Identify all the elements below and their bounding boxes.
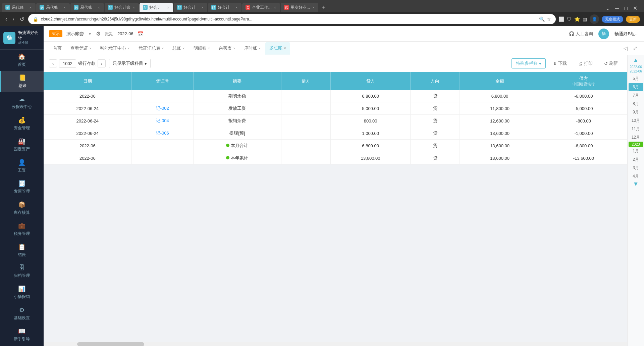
reload-btn[interactable]: ↺	[18, 15, 25, 24]
sidebar-item-fixed-assets[interactable]: 🏭 固定资产	[0, 134, 44, 155]
tab-voucher-view-close[interactable]: ×	[89, 46, 91, 50]
new-tab-button[interactable]: +	[319, 3, 328, 12]
tab-close-6[interactable]: ×	[201, 5, 204, 10]
sidebar-item-expense[interactable]: 📊 小畅报销	[0, 282, 44, 303]
tab-1[interactable]: 易 易代账 ×	[2, 3, 36, 12]
month-november[interactable]: 11月	[629, 125, 643, 133]
tab-sequence[interactable]: 序时账 ×	[240, 42, 265, 54]
search-icon[interactable]: 🔍	[539, 16, 545, 22]
month-feb[interactable]: 2月	[629, 155, 643, 164]
sidebar-item-invoice[interactable]: 🧾 发票管理	[0, 177, 44, 198]
no-trace-button[interactable]: 无痕模式	[602, 16, 623, 23]
tab-close-9[interactable]: ×	[312, 5, 315, 10]
voucher-link-1[interactable]: 记-002	[156, 106, 169, 111]
tab-voucher-view[interactable]: 查看凭证 ×	[66, 42, 95, 54]
filter-dropdown[interactable]: 只显示下级科目 ▾	[109, 59, 151, 68]
print-btn[interactable]: 🖨 打印	[574, 59, 597, 68]
collapse-icon[interactable]: ◁	[622, 44, 629, 53]
tab-close-2[interactable]: ×	[63, 5, 66, 10]
tab-smart-voucher[interactable]: 智能凭证中心 ×	[96, 42, 133, 54]
close-window-btn[interactable]: ✕	[631, 4, 639, 12]
year-2023-badge[interactable]: 2023	[629, 142, 643, 147]
tab-9[interactable]: 友 用友好业... ×	[281, 3, 318, 12]
month-august[interactable]: 8月	[629, 100, 643, 108]
expand-icon[interactable]: ⤢	[632, 44, 639, 53]
month-apr[interactable]: 4月	[629, 172, 643, 181]
tab-close-5[interactable]: ×	[166, 5, 170, 10]
tab-3[interactable]: 易 易代账 ×	[70, 3, 104, 12]
update-button[interactable]: 更新	[626, 16, 640, 23]
tab-5[interactable]: 好 好会计 ×	[140, 3, 173, 12]
forward-btn[interactable]: ›	[11, 15, 15, 23]
tab-multi-column-close[interactable]: ×	[284, 46, 286, 50]
tab-2[interactable]: 易 易代账 ×	[36, 3, 70, 12]
voucher-link-2[interactable]: 记-004	[156, 118, 169, 123]
tab-detail-ledger-close[interactable]: ×	[208, 46, 210, 50]
tab-home[interactable]: 首页	[49, 42, 66, 54]
tab-4[interactable]: 好 好会计账 ×	[105, 3, 139, 12]
tab-close-8[interactable]: ×	[273, 5, 276, 10]
month-jan[interactable]: 1月	[629, 147, 643, 155]
tab-close-1[interactable]: ×	[29, 5, 32, 10]
special-ledger-btn[interactable]: 特殊多栏账 ▾	[512, 58, 546, 68]
month-december[interactable]: 12月	[629, 133, 643, 142]
scroll-down-btn[interactable]: ▼	[633, 181, 639, 188]
bottom-scrollbar[interactable]	[44, 342, 627, 346]
scrollbar-thumb[interactable]	[77, 342, 144, 346]
year-period-label[interactable]: 2022-062022-06	[629, 64, 643, 75]
tab-multi-column[interactable]: 多栏账 ×	[265, 42, 290, 54]
tab-close-4[interactable]: ×	[132, 5, 136, 10]
profile-button[interactable]: 👤	[590, 14, 599, 24]
sidebar-item-fund[interactable]: 💰 资金管理	[0, 113, 44, 134]
calendar-icon[interactable]: 📅	[138, 31, 143, 37]
refresh-btn[interactable]: ↺ 刷新	[600, 59, 622, 68]
tab-general-ledger[interactable]: 总账 ×	[168, 42, 189, 54]
sidebar-item-home[interactable]: 🏠 首页	[0, 50, 44, 71]
sidebar-item-settings[interactable]: ⚙ 基础设置	[0, 303, 44, 324]
sidebar-item-closing[interactable]: 📋 结账	[0, 240, 44, 261]
sidebar-item-archive[interactable]: 🗄 归档管理	[0, 261, 44, 282]
sidebar-item-ledger[interactable]: 📒 总账	[0, 71, 44, 92]
url-bar[interactable]: 🔒 cloud2.chanjet.com/accounting/uh26t264…	[28, 14, 556, 24]
back-btn[interactable]: ‹	[4, 15, 8, 23]
sidebar-item-cloud-report[interactable]: ☁ 云报表中心	[0, 92, 44, 113]
prev-account-btn[interactable]: ‹	[49, 59, 57, 67]
tab-7[interactable]: 好 好会计 ×	[208, 3, 241, 12]
star-icon[interactable]: ☆	[547, 16, 551, 22]
shield-icon[interactable]: 🛡	[567, 16, 572, 22]
voucher-link-3[interactable]: 记-006	[156, 131, 169, 136]
minimize-btn[interactable]: ─	[613, 5, 621, 12]
tab-voucher-summary[interactable]: 凭证汇总表 ×	[135, 42, 168, 54]
sidebar-toggle-icon[interactable]: ▤	[583, 16, 587, 22]
month-june[interactable]: 6月	[629, 83, 643, 91]
tab-sequence-close[interactable]: ×	[259, 46, 261, 50]
tab-close-7[interactable]: ×	[235, 5, 238, 10]
sidebar-item-tax[interactable]: 💼 税务管理	[0, 219, 44, 240]
tab-close-3[interactable]: ×	[97, 5, 101, 10]
extensions-icon[interactable]: ⬜	[558, 16, 564, 22]
month-october[interactable]: 10月	[629, 116, 643, 125]
service-button[interactable]: 🎧 人工咨询	[569, 31, 593, 37]
tab-balance[interactable]: 余额表 ×	[215, 42, 239, 54]
next-account-btn[interactable]: ›	[98, 59, 106, 67]
scroll-up-btn[interactable]: ▲	[633, 57, 639, 64]
month-july[interactable]: 7月	[629, 91, 643, 100]
tab-8[interactable]: C 企业工作... ×	[242, 3, 280, 12]
month-mar[interactable]: 3月	[629, 164, 643, 172]
tab-balance-close[interactable]: ×	[233, 46, 235, 50]
sidebar-item-guide[interactable]: 📖 新手引导	[0, 324, 44, 345]
download-btn[interactable]: ⬇ 下载	[549, 59, 571, 68]
demo-chevron-icon[interactable]: ▼	[88, 32, 92, 36]
month-september[interactable]: 9月	[629, 108, 643, 116]
tab-general-ledger-close[interactable]: ×	[182, 46, 184, 50]
sidebar-item-payroll[interactable]: 👤 工资	[0, 155, 44, 177]
tab-voucher-summary-close[interactable]: ×	[162, 46, 164, 50]
bookmark-icon[interactable]: ⭐	[574, 16, 580, 22]
maximize-btn[interactable]: □	[622, 5, 630, 12]
tab-6[interactable]: 好 好会计 ×	[174, 3, 207, 12]
tab-smart-voucher-close[interactable]: ×	[127, 46, 129, 50]
tab-list-btn[interactable]: ⌄	[603, 4, 612, 12]
app-settings-icon[interactable]: ⚙	[96, 31, 101, 37]
tab-detail-ledger[interactable]: 明细账 ×	[190, 42, 214, 54]
month-may[interactable]: 5月	[629, 75, 643, 83]
